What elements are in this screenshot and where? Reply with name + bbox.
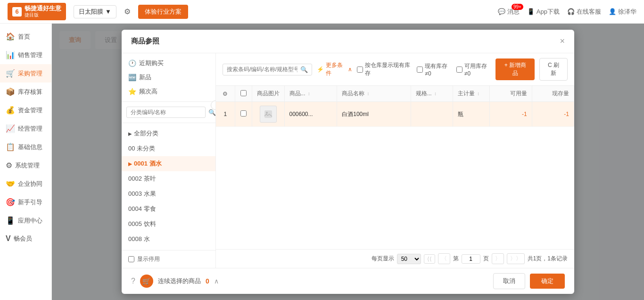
online-service-btn[interactable]: 🎧 在线客服 [567, 8, 601, 16]
sidebar-item-finance[interactable]: 💰 资金管理 [0, 101, 51, 119]
sidebar-item-operations[interactable]: 📈 经营管理 [0, 119, 51, 138]
category-label-0002: 0002 茶叶 [128, 175, 156, 183]
category-item-all[interactable]: ▶ 全部分类 [122, 126, 215, 141]
home-icon: 🏠 [6, 32, 15, 41]
category-label-0001: 0001 酒水 [134, 159, 162, 168]
sidebar-item-vip[interactable]: V 畅会员 [0, 230, 51, 248]
sidebar-item-apps[interactable]: 📱 应用中心 [0, 211, 51, 230]
select-all-checkbox[interactable] [240, 90, 247, 96]
th-name[interactable]: 商品名称 ↕ [337, 86, 411, 102]
quick-item-recent[interactable]: 🕐 近期购买 [122, 56, 215, 70]
guide-icon: 🎯 [6, 198, 15, 207]
category-label-0003: 0003 水果 [128, 190, 156, 198]
th-spec[interactable]: 规格... ↕ [411, 86, 453, 102]
app-download-btn[interactable]: 📱 App下载 [527, 8, 560, 16]
cancel-btn[interactable]: 取消 [493, 273, 525, 289]
row-checkbox[interactable] [240, 110, 247, 117]
user-name: 徐泽华 [618, 8, 636, 16]
category-item-0001[interactable]: ▶ 0001 酒水 [122, 156, 215, 171]
logo-sub: 捷目版 [25, 12, 61, 18]
user-menu[interactable]: 👤 徐泽华 [609, 8, 636, 16]
sidebar-item-home[interactable]: 🏠 首页 [0, 27, 51, 46]
category-item-0002[interactable]: 0002 茶叶 [122, 171, 215, 186]
message-btn[interactable]: 💬 消息 99+ [498, 8, 520, 16]
table-row[interactable]: 1 [216, 102, 574, 127]
headset-icon: 🎧 [567, 8, 575, 15]
th-unit[interactable]: 主计量 ↕ [453, 86, 490, 102]
category-item-0008[interactable]: 0008 水 [122, 232, 215, 247]
add-product-btn[interactable]: + 新增商品 [495, 58, 535, 80]
first-page-btn[interactable]: ⟨⟨ [424, 254, 435, 264]
category-search-input[interactable] [126, 107, 206, 118]
continuous-label: 连续选择的商品 [158, 277, 201, 285]
category-item-00[interactable]: 00 未分类 [122, 141, 215, 156]
th-stock: 现存量 [532, 86, 574, 102]
th-settings[interactable]: ⚙ [216, 86, 235, 102]
collapse-footer-icon[interactable]: ∧ [214, 277, 219, 285]
sidebar-item-sales[interactable]: 📊 销售管理 [0, 46, 51, 64]
sidebar-label-enterprise: 企业协同 [18, 180, 42, 188]
row-checkbox-cell[interactable] [235, 102, 252, 127]
nav-dropdown-label: 日太阳膜 [79, 8, 103, 16]
page-size-select[interactable]: 50 10 20 100 [397, 254, 421, 264]
inventory-icon: 📦 [6, 87, 15, 96]
product-search-wrap: 🔍 [223, 64, 312, 75]
search-icon[interactable]: 🔍 [300, 66, 308, 73]
last-page-btn[interactable]: 〉〉 [507, 253, 525, 264]
sidebar-item-guide[interactable]: 🎯 新手引导 [0, 193, 51, 211]
category-item-0004[interactable]: 0004 零食 [122, 201, 215, 217]
sidebar-label-inventory: 库存核算 [18, 88, 42, 96]
quick-item-new[interactable]: 🆕 新品 [122, 70, 215, 84]
sidebar-item-inventory[interactable]: 📦 库存核算 [0, 83, 51, 101]
logo[interactable]: 6 畅捷通好生意 捷目版 [8, 3, 66, 21]
cart-icon[interactable]: 🛒 [140, 275, 153, 288]
th-code[interactable]: 商品... ↕ [284, 86, 337, 102]
sidebar-label-home: 首页 [18, 33, 30, 41]
sidebar-label-operations: 经营管理 [18, 125, 42, 133]
experience-btn[interactable]: 体验行业方案 [138, 5, 188, 19]
sidebar-item-basic-info[interactable]: 📋 基础信息 [0, 138, 51, 156]
confirm-btn[interactable]: 确定 [530, 274, 565, 289]
sidebar-item-purchase[interactable]: 🛒 采购管理 [0, 64, 51, 83]
category-item-0005[interactable]: 0005 饮料 [122, 217, 215, 232]
gear-icon[interactable]: ⚙ [124, 7, 131, 16]
category-item-0003[interactable]: 0003 水果 [122, 186, 215, 201]
chevron-down-icon: ▼ [105, 8, 111, 15]
modal-close-btn[interactable]: × [560, 36, 565, 46]
nav-dropdown[interactable]: 日太阳膜 ▼ [74, 5, 116, 18]
quick-item-frequent[interactable]: ⭐ 频次高 [122, 84, 215, 99]
category-item-0010[interactable]: 0010 家电 [122, 247, 215, 250]
filter-more-btn[interactable]: ⚡ 更多条件 ∧ [317, 61, 352, 77]
filter-by-warehouse[interactable]: 按仓库显示现有库存 [357, 61, 412, 77]
product-search-input[interactable] [227, 66, 297, 73]
filter-existing-stock[interactable]: 现有库存≠0 [417, 62, 451, 77]
modal-header: 商品参照 × [122, 30, 574, 53]
help-icon[interactable]: ? [131, 277, 135, 285]
filter-available-stock-checkbox[interactable] [456, 67, 462, 73]
prev-page-btn[interactable]: 〈 [438, 253, 450, 264]
finance-icon: 💰 [6, 106, 15, 115]
filter-by-warehouse-checkbox[interactable] [357, 67, 363, 73]
sidebar-item-system[interactable]: ⚙ 系统管理 [0, 156, 51, 175]
show-disabled-label[interactable]: 显示停用 [128, 255, 209, 263]
sort-icon-name: ↕ [367, 91, 370, 96]
svg-point-1 [266, 112, 268, 114]
show-disabled-checkbox[interactable] [128, 256, 134, 262]
row-stock: -1 [532, 102, 574, 127]
product-image [260, 106, 277, 123]
sidebar-label-basic-info: 基础信息 [18, 143, 42, 151]
logo-name: 畅捷通好生意 [25, 5, 61, 12]
category-label-0004: 0004 零食 [128, 205, 156, 213]
filter-existing-stock-checkbox[interactable] [417, 67, 423, 73]
page-input[interactable] [462, 254, 480, 264]
th-check[interactable] [235, 86, 252, 102]
category-panel: 🕐 近期购买 🆕 新品 ⭐ 频次高 [122, 53, 216, 268]
refresh-btn[interactable]: C 刷新 [539, 58, 568, 81]
sidebar-item-enterprise[interactable]: 🤝 企业协同 [0, 175, 51, 193]
filter-available-stock[interactable]: 可用库存≠0 [456, 62, 491, 77]
page-suffix: 页 [483, 255, 489, 263]
sidebar-label-purchase: 采购管理 [18, 69, 42, 78]
next-page-btn[interactable]: 〉 [492, 253, 504, 264]
row-unit: 瓶 [453, 102, 490, 127]
category-label-0005: 0005 饮料 [128, 220, 156, 228]
